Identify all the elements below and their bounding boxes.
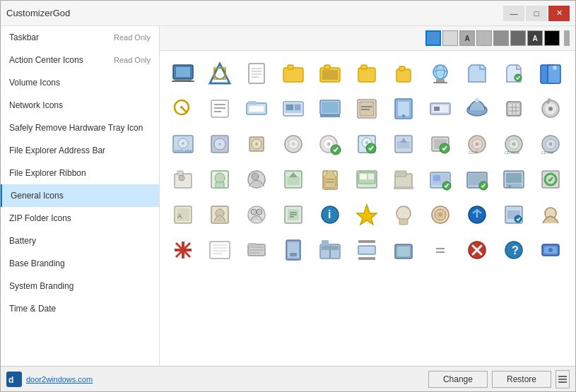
icon-cell[interactable] xyxy=(276,233,311,267)
icon-cell[interactable] xyxy=(239,162,274,196)
website-link[interactable]: door2windows.com xyxy=(26,375,93,384)
sidebar-item-system-branding[interactable]: System Branding xyxy=(1,275,159,297)
scrollbar-handle[interactable] xyxy=(564,30,570,46)
icon-cell[interactable] xyxy=(202,233,237,267)
icon-cell[interactable] xyxy=(239,198,274,232)
icon-cell[interactable] xyxy=(239,233,274,267)
icon-cell[interactable] xyxy=(533,233,568,267)
sidebar-item-time-date[interactable]: Time & Date xyxy=(1,297,159,320)
sidebar-item-volume[interactable]: Volume Icons xyxy=(1,71,159,94)
icon-cell[interactable] xyxy=(276,57,311,90)
icon-cell[interactable] xyxy=(533,198,568,232)
icon-cell[interactable] xyxy=(496,198,531,232)
icon-cell[interactable] xyxy=(349,198,384,232)
close-button[interactable]: ✕ xyxy=(548,6,570,21)
maximize-button[interactable]: □ xyxy=(526,6,547,21)
icon-cell[interactable] xyxy=(423,92,458,126)
swatch-black[interactable] xyxy=(544,30,560,46)
icon-cell[interactable] xyxy=(312,92,348,126)
svg-rect-117 xyxy=(287,177,300,185)
icon-cell[interactable] xyxy=(165,92,201,126)
icon-cell[interactable] xyxy=(312,57,348,90)
sidebar-item-network[interactable]: Network Icons xyxy=(1,94,159,117)
svg-rect-21 xyxy=(399,66,405,71)
icon-grid-container[interactable]: DVD-RW xyxy=(160,51,575,366)
icon-cell[interactable] xyxy=(533,57,568,90)
icon-cell[interactable] xyxy=(349,92,384,126)
icon-cell[interactable] xyxy=(276,127,311,161)
icon-cell[interactable] xyxy=(312,233,348,267)
icon-cell[interactable] xyxy=(165,233,201,267)
swatch-dark-gray[interactable] xyxy=(510,30,526,46)
icon-cell[interactable] xyxy=(496,57,531,90)
icon-cell[interactable] xyxy=(349,57,384,90)
swatch-gray-a[interactable]: A xyxy=(459,30,475,46)
icon-cell[interactable]: ? xyxy=(496,233,531,267)
icon-cell[interactable] xyxy=(349,233,384,267)
icon-cell[interactable]: CD-RW xyxy=(533,127,568,161)
icon-cell[interactable] xyxy=(459,57,495,90)
icon-cell[interactable] xyxy=(423,162,458,196)
icon-cell[interactable] xyxy=(349,127,384,161)
icon-cell[interactable] xyxy=(239,57,274,90)
icon-cell[interactable] xyxy=(312,127,348,161)
bottom-bar: d door2windows.com Change Restore xyxy=(1,366,575,391)
icon-cell[interactable]: CD-R xyxy=(459,127,495,161)
icon-cell[interactable] xyxy=(386,233,421,267)
icon-cell[interactable] xyxy=(423,57,458,90)
sidebar-item-taskbar[interactable]: Taskbar Read Only xyxy=(1,26,159,49)
icon-cell[interactable] xyxy=(459,162,495,196)
icon-cell[interactable]: DVD-RW xyxy=(165,127,201,161)
sidebar-item-file-addr[interactable]: File Explorer Address Bar xyxy=(1,139,159,162)
change-button[interactable]: Change xyxy=(428,371,488,388)
sidebar-item-general[interactable]: General Icons xyxy=(1,184,159,207)
icon-cell[interactable] xyxy=(276,92,311,126)
icon-cell[interactable]: A xyxy=(165,198,201,232)
sidebar-item-action-center[interactable]: Action Center Icons Read Only xyxy=(1,49,159,71)
icon-cell[interactable] xyxy=(496,92,531,126)
swatch-mid-gray2[interactable] xyxy=(493,30,509,46)
icon-cell[interactable] xyxy=(276,198,311,232)
icon-cell[interactable] xyxy=(459,92,495,126)
icon-cell[interactable] xyxy=(239,92,274,126)
swatch-dark-a[interactable]: A xyxy=(527,30,543,46)
icon-cell[interactable] xyxy=(202,92,237,126)
icon-cell[interactable] xyxy=(202,127,237,161)
icon-cell[interactable] xyxy=(239,127,274,161)
menu-button[interactable] xyxy=(556,370,570,388)
icon-cell[interactable] xyxy=(533,92,568,126)
icon-cell[interactable] xyxy=(312,162,348,196)
icon-cell[interactable] xyxy=(165,162,201,196)
restore-button[interactable]: Restore xyxy=(492,371,551,388)
swatch-mid-gray1[interactable] xyxy=(476,30,492,46)
icon-cell[interactable]: CD-ROM xyxy=(496,127,531,161)
sidebar-item-zip[interactable]: ZIP Folder Icons xyxy=(1,207,159,230)
icon-cell[interactable] xyxy=(459,233,495,267)
icon-cell[interactable] xyxy=(276,162,311,196)
icon-cell[interactable] xyxy=(165,57,201,90)
icon-cell[interactable] xyxy=(386,57,421,90)
icon-cell[interactable] xyxy=(533,162,568,196)
icon-cell[interactable] xyxy=(386,162,421,196)
sidebar-item-label: Time & Date xyxy=(9,304,56,314)
swatch-light-gray[interactable] xyxy=(442,30,458,46)
icon-cell[interactable] xyxy=(496,162,531,196)
icon-cell[interactable] xyxy=(386,198,421,232)
sidebar-item-file-ribbon[interactable]: File Explorer Ribbon xyxy=(1,162,159,184)
icon-cell[interactable] xyxy=(423,127,458,161)
icon-cell[interactable] xyxy=(459,198,495,232)
icon-cell[interactable] xyxy=(202,57,237,90)
swatch-blue[interactable] xyxy=(425,30,441,46)
icon-cell[interactable] xyxy=(202,198,237,232)
icon-cell[interactable] xyxy=(202,162,237,196)
icon-cell[interactable] xyxy=(386,92,421,126)
icon-cell[interactable] xyxy=(386,127,421,161)
icon-cell[interactable] xyxy=(423,233,458,267)
minimize-button[interactable]: — xyxy=(503,6,524,21)
sidebar-item-battery[interactable]: Battery xyxy=(1,230,159,252)
icon-cell[interactable] xyxy=(349,162,384,196)
sidebar-item-base-branding[interactable]: Base Branding xyxy=(1,252,159,275)
icon-cell[interactable]: i xyxy=(312,198,348,232)
icon-cell[interactable] xyxy=(423,198,458,232)
sidebar-item-safe-remove[interactable]: Safely Remove Hardware Tray Icon xyxy=(1,117,159,139)
